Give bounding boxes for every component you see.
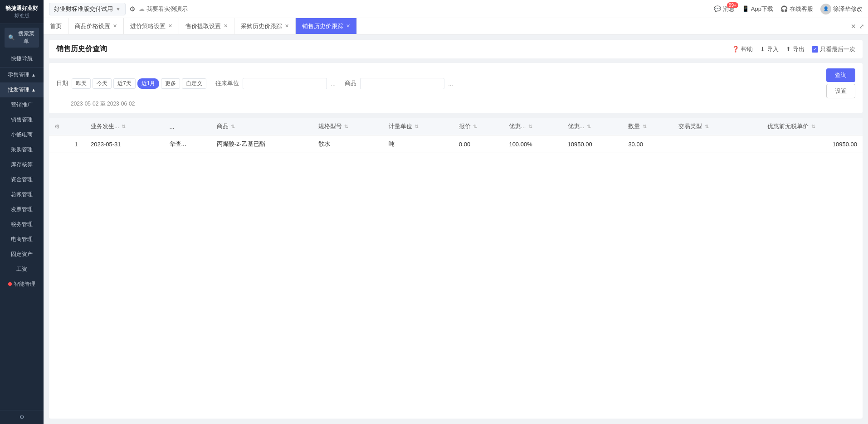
tab-purchase-strategy[interactable]: 进价策略设置 ✕ — [124, 18, 179, 34]
tab-home[interactable]: 首页 — [44, 18, 68, 34]
sort-icon: ⇅ — [643, 124, 647, 129]
date-more-btn[interactable]: 更多 — [161, 78, 180, 89]
settings-icon[interactable]: ⚙ — [54, 123, 60, 130]
col-business-date-header[interactable]: 业务发生... ⇅ — [85, 118, 164, 135]
cell-unit: 吨 — [383, 135, 454, 153]
topbar: 好业财标准版交付试用 ▼ ⚙ ☁ 我要看实例演示 💬 消息 99+ 📱 App下… — [44, 0, 868, 18]
sidebar-item-label: 批发管理 — [8, 86, 29, 94]
col-pretax-price-header[interactable]: 优惠前无税单价 ⇅ — [762, 118, 863, 135]
sidebar-item-ecommerce[interactable]: 电商管理 — [0, 232, 44, 247]
supplier-input[interactable] — [243, 78, 327, 89]
export-button[interactable]: ⬆ 导出 — [786, 45, 805, 53]
col-more-header[interactable]: ... — [164, 118, 211, 135]
table-row: 1 2023-05-31 华查... 丙烯酸-2-乙基已酯 散水 吨 0.00 … — [49, 135, 863, 153]
tab-close-icon[interactable]: ✕ — [346, 23, 350, 29]
cell-spec: 散水 — [313, 135, 383, 153]
sidebar-item-finance[interactable]: 资金管理 — [0, 172, 44, 187]
tab-close-icon[interactable]: ✕ — [285, 23, 289, 29]
query-button[interactable]: 查询 — [826, 68, 855, 82]
date-options: 昨天 今天 近7天 近1月 更多 自定义 — [72, 78, 206, 89]
cloud-icon: ☁ — [139, 5, 145, 12]
topbar-gear-icon[interactable]: ⚙ — [129, 5, 135, 13]
sidebar-item-invoice[interactable]: 发票管理 — [0, 202, 44, 217]
col-price-header[interactable]: 报价 ⇅ — [454, 118, 504, 135]
sidebar: 畅捷通好业财 标准版 🔍 搜索菜单 快捷导航 零售管理 ▲ 批发管理 ▲ 营销推… — [0, 0, 44, 424]
sidebar-item-purchase[interactable]: 采购管理 — [0, 142, 44, 157]
expand-window-icon[interactable]: ⤢ — [859, 23, 864, 30]
search-icon: 🔍 — [8, 34, 15, 41]
col-discount-amt-header[interactable]: 优惠... ⇅ — [562, 118, 623, 135]
online-service-button[interactable]: 🎧 在线客服 — [780, 5, 813, 13]
cell-discount-pct: 100.00% — [503, 135, 562, 153]
close-window-icon[interactable]: ✕ — [851, 23, 856, 30]
page-header: 销售历史价查询 ❓ 帮助 ⬇ 导入 ⬆ 导出 只看最后一次 — [49, 40, 863, 58]
data-table-container: ⚙ 业务发生... ⇅ ... 商品 ⇅ 规格型号 ⇅ 计量单位 ⇅ 报价 ⇅ … — [49, 118, 863, 419]
page-actions: ❓ 帮助 ⬇ 导入 ⬆ 导出 只看最后一次 — [732, 45, 855, 53]
date-last7days-btn[interactable]: 近7天 — [113, 78, 136, 89]
sort-icon: ⇅ — [231, 124, 235, 129]
sidebar-item-wholesale[interactable]: 批发管理 ▲ — [0, 82, 44, 97]
product-label: 商品 — [345, 79, 356, 87]
settings-button[interactable]: 设置 — [826, 84, 855, 98]
filter-bar: 日期 昨天 今天 近7天 近1月 更多 自定义 往来单位 ... — [49, 63, 863, 113]
sidebar-item-quick-nav[interactable]: 快捷导航 — [0, 51, 44, 66]
import-icon: ⬇ — [760, 46, 765, 53]
sidebar-item-marketing[interactable]: 营销推广 — [0, 97, 44, 112]
user-profile-button[interactable]: 👤 徐泽华修改 — [820, 4, 863, 14]
col-transaction-type-header[interactable]: 交易类型 ⇅ — [673, 118, 743, 135]
tab-close-icon[interactable]: ✕ — [168, 23, 172, 29]
message-button[interactable]: 💬 消息 99+ — [714, 5, 735, 13]
col-discount-pct-header[interactable]: 优惠... ⇅ — [503, 118, 562, 135]
sidebar-item-tax[interactable]: 税务管理 — [0, 217, 44, 232]
sidebar-item-inventory[interactable]: 库存核算 — [0, 157, 44, 172]
help-icon: ❓ — [732, 46, 739, 53]
sidebar-settings-button[interactable]: ⚙ — [0, 410, 44, 424]
module-selector[interactable]: 好业财标准版交付试用 ▼ — [49, 3, 126, 15]
product-more-icon[interactable]: ... — [448, 80, 453, 87]
message-icon: 💬 — [714, 5, 721, 12]
sidebar-item-sales[interactable]: 销售管理 — [0, 112, 44, 127]
tab-label: 首页 — [50, 22, 62, 30]
sidebar-item-payroll[interactable]: 工资 — [0, 262, 44, 277]
sidebar-item-label: 税务管理 — [11, 221, 33, 228]
checkbox-icon — [812, 46, 818, 53]
main-content: 好业财标准版交付试用 ▼ ⚙ ☁ 我要看实例演示 💬 消息 99+ 📱 App下… — [44, 0, 868, 424]
topbar-left: 好业财标准版交付试用 ▼ ⚙ ☁ 我要看实例演示 — [49, 3, 708, 15]
last-only-checkbox[interactable]: 只看最后一次 — [812, 45, 855, 53]
topbar-right: 💬 消息 99+ 📱 App下载 🎧 在线客服 👤 徐泽华修改 — [714, 4, 863, 14]
cell-settings — [49, 135, 67, 153]
date-custom-btn[interactable]: 自定义 — [182, 78, 206, 89]
chevron-down-icon: ▼ — [116, 6, 121, 12]
cell-spacer — [743, 135, 762, 153]
tab-close-icon[interactable]: ✕ — [113, 23, 117, 29]
search-menu-button[interactable]: 🔍 搜索菜单 — [5, 28, 39, 48]
sidebar-item-retail[interactable]: 零售管理 ▲ — [0, 67, 44, 82]
date-last1month-btn[interactable]: 近1月 — [137, 78, 160, 89]
tab-close-icon[interactable]: ✕ — [224, 23, 228, 29]
tab-label: 销售历史价跟踪 — [302, 22, 343, 30]
col-spec-header[interactable]: 规格型号 ⇅ — [313, 118, 383, 135]
tab-price-extract[interactable]: 售价提取设置 ✕ — [179, 18, 234, 34]
sidebar-item-label: 营销推广 — [11, 101, 33, 109]
col-quantity-header[interactable]: 数量 ⇅ — [623, 118, 673, 135]
sidebar-item-ledger[interactable]: 总账管理 — [0, 187, 44, 202]
sidebar-item-intelligent[interactable]: 智能管理 — [0, 277, 44, 292]
tabbar-end: ✕ ⤢ — [847, 18, 868, 34]
supplier-more-icon[interactable]: ... — [331, 80, 336, 87]
tab-purchase-history[interactable]: 采购历史价跟踪 ✕ — [234, 18, 296, 34]
sidebar-item-ecommerce-small[interactable]: 小畅电商 — [0, 127, 44, 142]
tab-product-price[interactable]: 商品价格设置 ✕ — [68, 18, 124, 34]
sidebar-item-label: 总账管理 — [11, 191, 33, 198]
col-product-header[interactable]: 商品 ⇅ — [211, 118, 313, 135]
demo-button[interactable]: ☁ 我要看实例演示 — [139, 5, 188, 13]
app-download-button[interactable]: 📱 App下载 — [742, 5, 773, 13]
help-button[interactable]: ❓ 帮助 — [732, 45, 753, 53]
product-input[interactable] — [360, 78, 444, 89]
date-yesterday-btn[interactable]: 昨天 — [72, 78, 91, 89]
sidebar-item-assets[interactable]: 固定资产 — [0, 247, 44, 262]
app-label: App下载 — [751, 5, 773, 13]
tab-sales-history[interactable]: 销售历史价跟踪 ✕ — [296, 18, 357, 34]
import-button[interactable]: ⬇ 导入 — [760, 45, 779, 53]
date-today-btn[interactable]: 今天 — [93, 78, 112, 89]
col-unit-header[interactable]: 计量单位 ⇅ — [383, 118, 454, 135]
